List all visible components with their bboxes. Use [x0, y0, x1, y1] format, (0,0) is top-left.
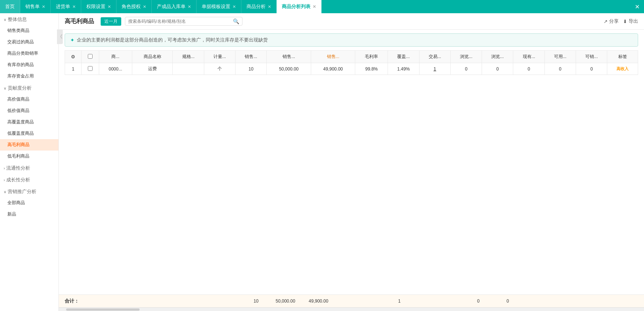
sidebar-group-header[interactable]: ∨营销推广分析: [0, 185, 58, 197]
col-sales-count[interactable]: 销售...: [235, 51, 267, 63]
bottom-scrollbar[interactable]: [59, 307, 644, 311]
col-available[interactable]: 可用...: [544, 51, 576, 63]
tab-item[interactable]: 权限设置✕: [81, 0, 116, 13]
col-unit[interactable]: 计量...: [204, 51, 235, 63]
sidebar-item[interactable]: 库存资金占用: [0, 70, 58, 82]
sidebar-item[interactable]: 新品: [0, 209, 58, 220]
sidebar-item[interactable]: 商品分类助销率: [0, 48, 58, 59]
sidebar-group-label: 营销推广分析: [8, 188, 36, 195]
footer-sales-amount: 50,000.00: [269, 299, 302, 304]
footer-spec-space: [188, 299, 217, 304]
sidebar-item[interactable]: 高毛利商品: [0, 139, 58, 151]
sidebar-item[interactable]: 有库存的商品: [0, 59, 58, 70]
search-input[interactable]: [128, 19, 233, 24]
sidebar-group-header[interactable]: ›成长性分析: [0, 174, 58, 185]
row-checkbox[interactable]: [88, 66, 93, 71]
col-current-stock[interactable]: 现有...: [513, 51, 544, 63]
tab-close-icon[interactable]: ✕: [108, 4, 111, 9]
cell-sales-count: 10: [235, 63, 267, 75]
sidebar-item[interactable]: 低毛利商品: [0, 151, 58, 162]
footer-current-stock: 0: [464, 299, 493, 304]
footer-spacer2: [101, 299, 115, 304]
col-check[interactable]: [82, 51, 99, 63]
footer-browse2-space: [438, 299, 464, 304]
select-all-checkbox[interactable]: [88, 54, 93, 59]
tab-item[interactable]: 销售单✕: [20, 0, 51, 13]
table-wrapper: ⚙ 商... 商品名称 规格... 计量... 销售... 销售... 销售..…: [59, 50, 644, 294]
sidebar-group-header[interactable]: ∨整体信息: [0, 13, 58, 25]
group-arrow-icon: ∨: [4, 190, 6, 194]
cell-check[interactable]: [82, 63, 99, 75]
tab-close-icon[interactable]: ✕: [268, 4, 271, 9]
tab-item[interactable]: 进货单✕: [51, 0, 81, 13]
tab-label: 进货单: [56, 3, 70, 10]
info-banner: ✦ 企业的主要的利润都是这部分商品创造的，可考虑加大推广，同时关注库存是不要出现…: [65, 33, 638, 47]
col-name[interactable]: 商品名称: [132, 51, 173, 63]
col-spec[interactable]: 规格...: [173, 51, 204, 63]
table-header-row: ⚙ 商... 商品名称 规格... 计量... 销售... 销售... 销售..…: [65, 51, 638, 63]
export-label: 导出: [629, 18, 638, 25]
col-margin-rate[interactable]: 毛利率: [355, 51, 388, 63]
tab-item[interactable]: 角色授权✕: [116, 0, 152, 13]
col-browse2[interactable]: 浏览...: [482, 51, 513, 63]
sidebar-item[interactable]: 交易过的商品: [0, 36, 58, 48]
cell-tag: 高收入: [607, 63, 638, 75]
col-sellable[interactable]: 可销...: [576, 51, 607, 63]
tab-bar-right: ✕: [635, 3, 644, 10]
tab-close-icon[interactable]: ✕: [188, 4, 191, 9]
col-tag[interactable]: 标签: [607, 51, 638, 63]
tab-item[interactable]: 单据模板设置✕: [197, 0, 241, 13]
share-button[interactable]: ↗ 分享: [604, 18, 619, 25]
col-sales-profit[interactable]: 销售...: [311, 51, 355, 63]
tab-label: 角色授权: [122, 3, 141, 10]
tab-label: 权限设置: [86, 3, 105, 10]
scroll-thumb[interactable]: [66, 308, 140, 311]
cell-sellable: 0: [576, 63, 607, 75]
tab-close-icon[interactable]: ✕: [313, 4, 316, 9]
window-close-icon[interactable]: ✕: [635, 3, 640, 10]
footer-sales-count: 10: [243, 299, 269, 304]
col-code[interactable]: 商...: [99, 51, 132, 63]
footer-label: 合计：: [65, 298, 87, 304]
sidebar-item[interactable]: 高覆盖度商品: [0, 116, 58, 128]
col-coverage[interactable]: 覆盖...: [388, 51, 419, 63]
tab-item[interactable]: 产成品入库单✕: [152, 0, 197, 13]
content-header: 高毛利商品 近一月 🔍 ↗ 分享 ⬇ 导出: [59, 13, 644, 30]
main-layout: ∨整体信息销售类商品交易过的商品商品分类助销率有库存的商品库存资金占用∨贡献度分…: [0, 13, 644, 311]
search-icon[interactable]: 🔍: [233, 18, 239, 24]
col-trade-count[interactable]: 交易...: [419, 51, 450, 63]
export-button[interactable]: ⬇ 导出: [623, 18, 638, 25]
data-table: ⚙ 商... 商品名称 规格... 计量... 销售... 销售... 销售..…: [65, 50, 638, 75]
tab-close-icon[interactable]: ✕: [143, 4, 146, 9]
sidebar-item[interactable]: 低价值商品: [0, 105, 58, 116]
col-settings[interactable]: ⚙: [65, 51, 82, 63]
tab-close-icon[interactable]: ✕: [233, 4, 236, 9]
sidebar-collapse-button[interactable]: 《: [57, 29, 63, 44]
sidebar-item[interactable]: 销售类商品: [0, 25, 58, 36]
cell-trade-count[interactable]: 1: [419, 63, 450, 75]
sidebar-item[interactable]: 低覆盖度商品: [0, 128, 58, 139]
sidebar-group-label: 贡献度分析: [8, 85, 32, 91]
tab-item[interactable]: 商品分析✕: [241, 0, 277, 13]
footer-unit-space: [217, 299, 243, 304]
date-filter-button[interactable]: 近一月: [101, 17, 121, 26]
sidebar-group-header[interactable]: ›流通性分析: [0, 162, 58, 174]
tab-item[interactable]: 首页: [0, 0, 20, 13]
sidebar-group-header[interactable]: ∨贡献度分析: [0, 82, 58, 94]
share-label: 分享: [609, 18, 619, 25]
col-browse1[interactable]: 浏览...: [450, 51, 482, 63]
tab-item[interactable]: 商品分析列表✕: [277, 0, 321, 13]
sidebar-group-label: 流通性分析: [6, 165, 30, 171]
cell-browse2: 0: [482, 63, 513, 75]
tab-label: 销售单: [25, 3, 40, 10]
tab-close-icon[interactable]: ✕: [72, 4, 76, 9]
table-row: 10000...运费个1050,000.0049,900.0099.8%1.49…: [65, 63, 638, 75]
tab-close-icon[interactable]: ✕: [42, 4, 45, 9]
group-arrow-icon: ›: [4, 178, 5, 182]
settings-icon[interactable]: ⚙: [71, 54, 75, 59]
sidebar-item[interactable]: 全部商品: [0, 197, 58, 209]
export-icon: ⬇: [623, 19, 627, 24]
sidebar-item[interactable]: 高价值商品: [0, 94, 58, 105]
col-sales-amount[interactable]: 销售...: [267, 51, 311, 63]
footer-summary: 合计： 10 50,000.00 49,900.00 1 0 0: [59, 294, 644, 307]
